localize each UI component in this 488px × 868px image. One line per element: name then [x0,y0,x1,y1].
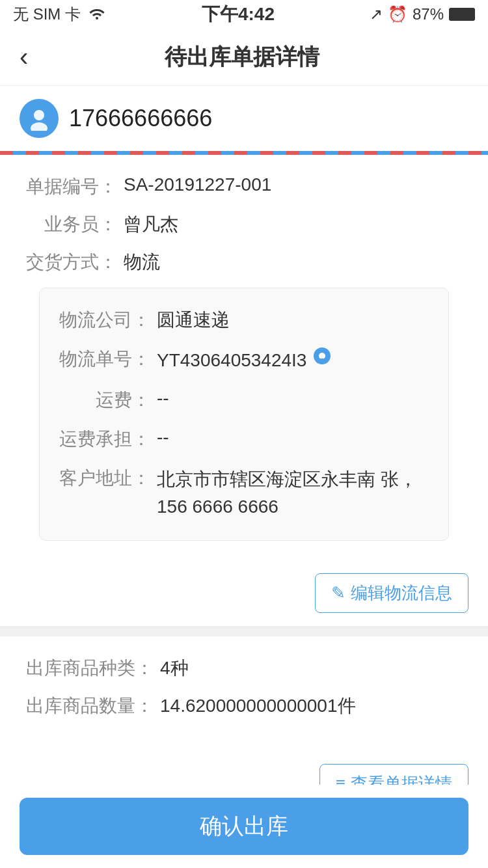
edit-btn-row: ✎ 编辑物流信息 [0,560,488,626]
freight-label: 运费： [59,388,150,413]
freight-bear-label: 运费承担： [59,427,150,452]
edit-btn-label: 编辑物流信息 [351,582,452,604]
goods-quantity-label: 出库商品数量： [26,694,154,718]
salesman-value: 曾凡杰 [124,212,462,237]
order-no-value: SA-20191227-001 [124,174,462,195]
order-no-row: 单据编号： SA-20191227-001 [26,174,462,199]
freight-row: 运费： -- [59,388,429,413]
logistics-tracking-value: YT43064053424I3 [157,347,429,373]
user-phone: 17666666666 [69,105,212,132]
carrier-label: 无 SIM 卡 [13,4,81,25]
back-button[interactable]: ‹ [20,42,28,72]
delivery-label: 交货方式： [26,250,117,275]
salesman-row: 业务员： 曾凡杰 [26,212,462,237]
logistics-company-row: 物流公司： 圆通速递 [59,308,429,332]
freight-bear-value: -- [157,427,429,448]
user-header: 17666666666 [0,86,488,151]
nav-bar: ‹ 待出库单据详情 [0,29,488,86]
page-title: 待出库单据详情 [41,42,442,72]
logistics-company-value: 圆通速递 [157,308,429,332]
goods-types-value: 4种 [160,656,189,681]
clock-icon: ⏰ [388,5,407,23]
tracking-location-icon[interactable] [313,347,331,373]
status-left: 无 SIM 卡 [13,4,107,25]
gray-divider-1 [0,626,488,636]
goods-section: 出库商品种类： 4种 出库商品数量： 14.620000000000001件 [0,636,488,751]
freight-bear-row: 运费承担： -- [59,427,429,452]
confirm-btn-label: 确认出库 [200,811,288,841]
logistics-tracking-label: 物流单号： [59,347,150,372]
delivery-value: 物流 [124,250,462,275]
status-time: 下午4:42 [202,2,275,27]
edit-logistics-button[interactable]: ✎ 编辑物流信息 [315,573,468,613]
svg-point-3 [319,353,325,359]
goods-quantity-row: 出库商品数量： 14.620000000000001件 [26,694,462,718]
location-icon: ↗ [370,5,383,23]
address-value: 北京市市辖区海淀区永丰南 张，156 6666 6666 [157,466,429,521]
wifi-icon [87,5,107,23]
battery-label: 87% [413,5,444,23]
battery-icon [449,8,475,21]
goods-types-row: 出库商品种类： 4种 [26,656,462,681]
order-info-section: 单据编号： SA-20191227-001 业务员： 曾凡杰 交货方式： 物流 … [0,155,488,560]
address-row: 客户地址： 北京市市辖区海淀区永丰南 张，156 6666 6666 [59,466,429,521]
avatar [20,99,59,138]
status-bar: 无 SIM 卡 下午4:42 ↗ ⏰ 87% [0,0,488,29]
freight-value: -- [157,388,429,409]
svg-point-0 [34,110,44,120]
order-no-label: 单据编号： [26,174,117,199]
goods-types-label: 出库商品种类： [26,656,154,681]
confirm-btn-wrap: 确认出库 [0,785,488,868]
address-label: 客户地址： [59,466,150,491]
salesman-label: 业务员： [26,212,117,237]
logistics-company-label: 物流公司： [59,308,150,332]
confirm-outbound-button[interactable]: 确认出库 [20,798,468,855]
status-right: ↗ ⏰ 87% [370,5,475,23]
edit-icon: ✎ [331,583,346,603]
svg-point-1 [31,122,47,131]
logistics-card: 物流公司： 圆通速递 物流单号： YT43064053424I3 [39,288,449,541]
goods-quantity-value: 14.620000000000001件 [160,694,356,718]
logistics-tracking-row: 物流单号： YT43064053424I3 [59,347,429,373]
delivery-row: 交货方式： 物流 [26,250,462,275]
